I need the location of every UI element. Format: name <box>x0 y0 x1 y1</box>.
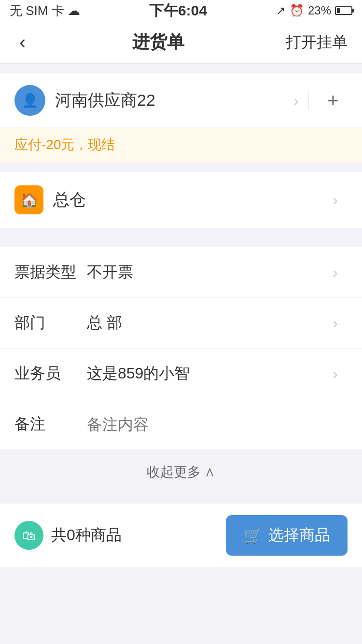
remark-label: 备注 <box>14 414 77 435</box>
chevron-right-icon: › <box>333 314 338 332</box>
department-row[interactable]: 部门 总 部 › <box>0 298 362 349</box>
cart-icon: 🛍 <box>22 528 36 544</box>
status-time: 下午6:04 <box>149 1 207 21</box>
supplier-divider <box>308 91 309 110</box>
bottom-bar: 🛍 共0种商品 🛒 选择商品 <box>0 504 362 567</box>
form-section: 票据类型 不开票 › 部门 总 部 › 业务员 这是859的小智 › 备注 <box>0 247 362 449</box>
chevron-right-icon: › <box>293 92 299 110</box>
select-product-icon: 🛒 <box>243 526 263 545</box>
page-rest <box>0 567 362 644</box>
chevron-right-icon: › <box>333 191 338 209</box>
warehouse-icon: 🏠 <box>14 185 43 214</box>
product-count-icon: 🛍 <box>14 521 43 550</box>
supplier-avatar: 👤 <box>14 85 45 116</box>
supplier-row[interactable]: 👤 河南供应商22 › + <box>0 73 362 128</box>
status-left: 无 SIM 卡 ☁ <box>10 2 80 19</box>
remark-row[interactable]: 备注 <box>0 399 362 449</box>
battery-label: 23% <box>308 4 331 17</box>
collapse-label: 收起更多 ∧ <box>147 463 216 481</box>
chevron-right-icon: › <box>333 264 338 281</box>
warehouse-name: 总仓 <box>53 189 333 211</box>
select-product-label: 选择商品 <box>268 525 330 546</box>
remark-input[interactable] <box>77 416 348 434</box>
avatar-icon: 👤 <box>22 93 39 109</box>
salesman-label: 业务员 <box>14 363 77 384</box>
alert-banner: 应付-20元，现结 <box>0 128 362 162</box>
supplier-card: 👤 河南供应商22 › + 应付-20元，现结 <box>0 73 362 162</box>
page-title: 进货单 <box>132 30 184 54</box>
back-button[interactable]: ‹ <box>14 27 30 58</box>
add-supplier-button[interactable]: + <box>319 86 348 115</box>
ticket-type-value: 不开票 <box>77 262 333 283</box>
product-count-text: 共0种商品 <box>51 525 122 546</box>
warehouse-row[interactable]: 🏠 总仓 › <box>0 171 362 228</box>
chevron-right-icon: › <box>333 365 338 383</box>
alarm-icon: ⏰ <box>290 4 304 17</box>
status-bar: 无 SIM 卡 ☁ 下午6:04 ↗ ⏰ 23% <box>0 0 362 21</box>
product-summary: 🛍 共0种商品 <box>14 521 122 550</box>
alert-text: 应付-20元，现结 <box>14 137 115 152</box>
select-product-button[interactable]: 🛒 选择商品 <box>226 515 348 556</box>
open-pending-button[interactable]: 打开挂单 <box>286 32 348 53</box>
warehouse-symbol: 🏠 <box>20 192 38 209</box>
salesman-row[interactable]: 业务员 这是859的小智 › <box>0 349 362 399</box>
location-icon: ↗ <box>276 4 286 17</box>
ticket-type-row[interactable]: 票据类型 不开票 › <box>0 247 362 298</box>
no-sim-label: 无 SIM 卡 ☁ <box>10 2 80 19</box>
collapse-button[interactable]: 收起更多 ∧ <box>0 450 362 494</box>
battery-icon <box>335 6 352 15</box>
main-content: 👤 河南供应商22 › + 应付-20元，现结 🏠 总仓 › 票据类型 不开票 … <box>0 64 362 644</box>
department-label: 部门 <box>14 312 77 334</box>
nav-bar: ‹ 进货单 打开挂单 <box>0 21 362 64</box>
warehouse-card: 🏠 总仓 › <box>0 171 362 228</box>
status-right: ↗ ⏰ 23% <box>276 4 352 17</box>
ticket-type-label: 票据类型 <box>14 262 77 283</box>
salesman-value: 这是859的小智 <box>77 363 333 384</box>
department-value: 总 部 <box>77 312 333 334</box>
supplier-name: 河南供应商22 <box>55 89 293 112</box>
